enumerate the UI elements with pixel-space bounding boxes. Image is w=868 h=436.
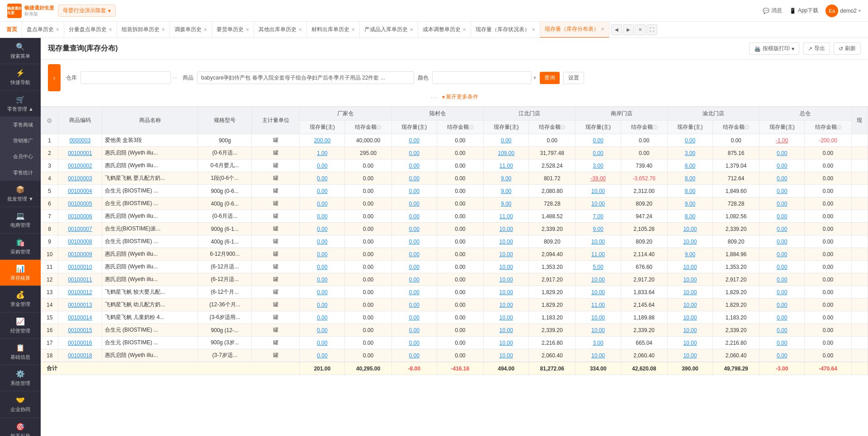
query-btn[interactable]: 查询 [540, 72, 560, 84]
code-link[interactable]: 00100001 [68, 150, 92, 156]
yubei-amt-info[interactable]: ⓘ [745, 125, 749, 130]
code-link[interactable]: 00100018 [68, 352, 92, 359]
setting-icon[interactable]: ⚙ [47, 117, 52, 124]
code-link[interactable]: 0000003 [70, 137, 91, 144]
row-c4-amt: 2,114.40 [621, 248, 667, 261]
code-link[interactable]: 00100009 [68, 251, 92, 258]
factory-amt-info[interactable]: ⓘ [377, 125, 381, 130]
tab-9[interactable]: 成本调整单历史 ✕ [418, 22, 471, 38]
tab-11[interactable]: 现存量（库存分布表） ✕ [540, 22, 609, 38]
sidebar-item-marketing[interactable]: 营销推广 [0, 133, 41, 149]
tab-2[interactable]: 分量盘点单历史 ✕ [64, 22, 117, 38]
sidebar-item-member[interactable]: 会员中心 [0, 149, 41, 164]
user-area[interactable]: Ea demo2 ▾ [826, 5, 861, 17]
export-btn[interactable]: ↗ 导出 [803, 42, 830, 55]
sidebar-item-stats[interactable]: 零售统计 [0, 165, 41, 181]
tab-home[interactable]: 首页 [2, 22, 22, 38]
goods-input[interactable] [197, 71, 414, 84]
code-link[interactable]: 00100012 [68, 289, 92, 295]
tab-7[interactable]: 材料出库单历史 ✕ [307, 22, 360, 38]
sidebar-item-inventory[interactable]: 📊 库存核算 [0, 260, 41, 286]
app-download-btn[interactable]: 📱 App下载 [789, 7, 818, 14]
tabs-close-btn[interactable]: ✕ [635, 24, 646, 35]
color-input[interactable] [432, 71, 532, 84]
tabs-prev-btn[interactable]: ◀ [611, 24, 622, 35]
row-c5-qty: 8.00 [667, 210, 712, 223]
code-link[interactable]: 00100011 [68, 277, 92, 283]
tab-11-close[interactable]: ✕ [601, 27, 604, 32]
warehouse-input[interactable] [80, 71, 171, 84]
tab-4-close[interactable]: ✕ [203, 27, 207, 32]
lucun-amt-info[interactable]: ⓘ [469, 125, 473, 130]
row-c2-qty: 0.00 [392, 197, 437, 210]
setting-btn[interactable]: 设置 [563, 72, 584, 84]
sidebar-item-search[interactable]: 🔍 搜索英单 [0, 38, 41, 64]
row-total-qty: 0.00 [760, 349, 805, 362]
code-link[interactable]: 00100016 [68, 340, 92, 346]
tab-10-close[interactable]: ✕ [532, 27, 535, 32]
sidebar-item-finance[interactable]: 💰 资金管理 [0, 286, 41, 312]
code-link[interactable]: 00100003 [68, 175, 92, 182]
expand-more-btn[interactable]: ▾ 展开更多条件 [442, 93, 478, 101]
print-btn[interactable]: 🖨️ 按模版打印 ▾ [749, 42, 799, 55]
code-link[interactable]: 00100005 [68, 201, 92, 207]
row-no: 17 [41, 337, 58, 349]
sidebar-item-mall[interactable]: 零售商城 [0, 117, 41, 133]
sidebar-item-guide[interactable]: 🎯 新手引导 [0, 418, 41, 436]
code-link[interactable]: 00100007 [68, 226, 92, 232]
sidebar-item-mgmt[interactable]: 📈 经营管理 [0, 313, 41, 339]
row-c3-amt: 1,183.20 [529, 311, 576, 324]
tab-4[interactable]: 调拨单历史 ✕ [170, 22, 212, 38]
code-link[interactable]: 00100002 [68, 163, 92, 169]
tabs-expand-btn[interactable]: ⛶ [646, 24, 657, 35]
tab-5-close[interactable]: ✕ [245, 27, 249, 32]
tabs-next-btn[interactable]: ▶ [623, 24, 634, 35]
tab-2-close[interactable]: ✕ [108, 27, 112, 32]
code-link[interactable]: 00100008 [68, 239, 92, 245]
message-btn[interactable]: 💬 消息 [763, 7, 782, 14]
sidebar-item-system[interactable]: ⚙️ 系统管理 [0, 365, 41, 391]
code-link[interactable]: 00100014 [68, 314, 92, 321]
th-nanan-qty: 现存量(主) [576, 121, 621, 134]
row-spec: 900g (3岁... [198, 337, 252, 349]
sidebar-item-nav[interactable]: ⚡ 快捷导航 [0, 64, 41, 90]
jiangbei-amt-info[interactable]: ⓘ [561, 125, 565, 130]
tab-1[interactable]: 盘点单历史 ✕ [22, 22, 64, 38]
tab-1-close[interactable]: ✕ [56, 27, 59, 32]
tab-6-close[interactable]: ✕ [298, 27, 302, 32]
th-setting[interactable]: ⚙ [41, 107, 58, 134]
row-c2-amt: 0.00 [437, 223, 483, 235]
sum-extra [851, 362, 868, 375]
row-unit: 罐 [252, 235, 300, 248]
row-no: 16 [41, 324, 58, 337]
tab-9-label: 成本调整单历史 [423, 26, 461, 33]
system-selector[interactable]: 母婴行业演示陈套 ▾ [58, 5, 116, 17]
tab-9-close[interactable]: ✕ [462, 27, 466, 32]
tab-8-close[interactable]: ✕ [410, 27, 413, 32]
code-link[interactable]: 00100013 [68, 302, 92, 308]
row-no: 7 [41, 210, 58, 223]
code-link[interactable]: 00100010 [68, 264, 92, 270]
sidebar-item-collab[interactable]: 🤝 企业协同 [0, 391, 41, 417]
code-link[interactable]: 00100004 [68, 188, 92, 194]
row-unit: 罐 [252, 349, 300, 362]
sidebar-item-base[interactable]: 📋 基础信息 [0, 339, 41, 365]
refresh-btn[interactable]: ↺ 刷新 [834, 42, 861, 55]
tab-10[interactable]: 现存量（库存状况表） ✕ [471, 22, 540, 38]
sidebar-item-ecom[interactable]: 💻 电商管理 [0, 207, 41, 233]
nanan-amt-info[interactable]: ⓘ [653, 125, 657, 130]
sidebar-item-wholesale[interactable]: 📦 批发管理 ▼ [0, 181, 41, 207]
code-link[interactable]: 00100015 [68, 327, 92, 333]
tab-6[interactable]: 其他出库单历史 ✕ [254, 22, 307, 38]
tab-3[interactable]: 组装拆卸单历史 ✕ [117, 22, 170, 38]
tab-5[interactable]: 要货单历史 ✕ [212, 22, 254, 38]
sidebar-item-retail-mgmt[interactable]: 🛒 零售管理 ▲ [0, 91, 41, 117]
code-link[interactable]: 00100006 [68, 213, 92, 220]
sidebar-item-purchase[interactable]: 🛍️ 采购管理 [0, 234, 41, 260]
tab-3-close[interactable]: ✕ [161, 27, 165, 32]
total-amt-info[interactable]: ⓘ [837, 125, 841, 130]
tab-7-close[interactable]: ✕ [351, 27, 355, 32]
row-c5-amt: 2,917.20 [713, 273, 760, 286]
tab-8[interactable]: 产成品入库单历史 ✕ [360, 22, 418, 38]
filter-expand-btn[interactable]: › [48, 64, 61, 91]
